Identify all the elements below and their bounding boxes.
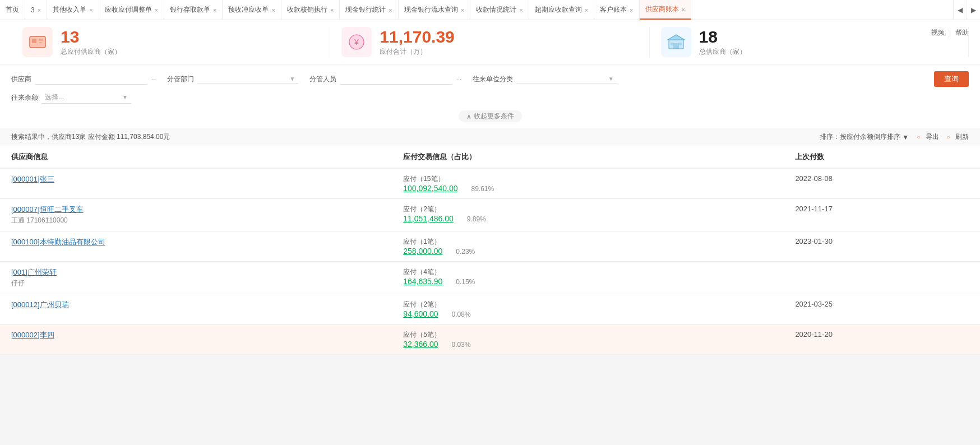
supplier-sub-info: 仔仔 [11,279,381,288]
result-bar: 搜索结果中，供应商13家 应付金额 111,703,854.00元 排序：按应付… [0,128,980,146]
transaction-amount[interactable]: 11,051,486.00 [403,214,454,223]
nav-tab-overdue-label: 超期应收款查询 [535,5,582,15]
supplier-link[interactable]: [000007]恒旺二手叉车 [11,205,84,214]
nav-tab-prepay[interactable]: 预收冲应收单 × [223,0,281,20]
transaction-amount[interactable]: 258,000.00 [403,247,442,256]
nav-arrows: ◀ ▶ [953,0,980,20]
dept-select[interactable]: ▼ [197,75,298,84]
nav-tab-cash-flow-close[interactable]: × [461,7,464,13]
last-pay-cell [784,262,980,294]
dept-filter-label: 分管部门 [167,75,194,84]
supplier-input[interactable] [35,74,147,85]
filter-dept: 分管部门 ▼ [167,75,298,84]
video-link[interactable]: 视频 [931,28,945,38]
nav-tab-3-close[interactable]: × [38,7,41,13]
transaction-amount[interactable]: 100,092,540.00 [403,184,457,193]
summary-total-suppliers: 18 总供应商（家） [650,27,969,57]
transaction-amount[interactable]: 164,635.90 [403,277,442,286]
nav-tab-cash-flow[interactable]: 现金银行流水查询 × [399,0,470,20]
table-row: [000001]张三应付（15笔）100,092,540.0089.61%202… [0,168,980,199]
nav-tab-supplier-book[interactable]: 供应商账本 × [640,0,691,20]
nav-tab-overdue-close[interactable]: × [585,7,588,13]
nav-tab-3[interactable]: 3 × [25,0,47,20]
nav-tab-home[interactable]: 首页 [0,0,25,20]
transaction-percent: 0.03% [451,341,470,349]
transaction-amount[interactable]: 94,600.00 [403,309,438,318]
balance-select[interactable]: 选择... ▼ [41,91,131,104]
nav-tab-cash-stat-close[interactable]: × [389,7,392,13]
collapse-button[interactable]: ∧ 收起更多条件 [459,110,522,122]
nav-tab-cust-book-close[interactable]: × [630,7,633,13]
svg-rect-2 [39,39,43,41]
nav-tab-verify-close[interactable]: × [330,7,334,13]
filter-unit-class: 往来单位分类 ▼ [473,75,617,84]
balance-select-text: 选择... [45,92,122,102]
supplier-more-icon[interactable]: ··· [151,76,156,82]
nav-tab-cash-stat[interactable]: 现金银行统计 × [340,0,398,20]
col-last-pay: 上次付数 [784,146,980,168]
filter-row-2: 往来余额 选择... ▼ [11,91,969,104]
person-more-icon[interactable]: ··· [456,76,461,82]
nav-tab-adjust[interactable]: 应收应付调整单 × [99,0,164,20]
transaction-info-cell: 应付（2笔）94,600.000.08% [392,294,784,325]
nav-tab-other-income[interactable]: 其他收入单 × [47,0,99,20]
nav-tab-recv-stat-close[interactable]: × [519,7,523,13]
last-pay-cell: 2021-03-25 [784,294,980,325]
last-pay-date: 2021-11-17 [795,205,833,213]
nav-tab-cust-book[interactable]: 客户账本 × [594,0,639,20]
supplier-link[interactable]: [000012]广州贝瑞 [11,300,69,309]
unit-class-filter-label: 往来单位分类 [473,75,513,84]
export-label: 导出 [926,132,939,142]
table-container: 供应商信息 应付交易信息（占比） 上次付数 [000001]张三应付（15笔）1… [0,146,980,355]
last-pay-date: 2023-01-30 [795,237,833,245]
svg-rect-9 [671,43,674,45]
nav-tab-supplier-book-close[interactable]: × [682,6,685,13]
transaction-label: 应付（2笔） [403,205,773,214]
data-table-wrap[interactable]: 供应商信息 应付交易信息（占比） 上次付数 [000001]张三应付（15笔）1… [0,146,980,355]
supplier-info-cell: [001]广州荣轩仔仔 [0,262,392,294]
svg-text:¥: ¥ [354,38,359,47]
nav-tab-supplier-book-label: 供应商账本 [645,4,679,14]
transaction-label: 应付（5笔） [403,330,773,340]
nav-tab-verify-label: 收款核销执行 [287,5,327,15]
nav-tab-bank-close[interactable]: × [213,7,216,13]
supplier-link[interactable]: [000100]本特勤油品有限公司 [11,238,105,246]
top-right-links: 视频 | 帮助 [931,28,969,38]
payable-suppliers-number: 13 [61,27,121,46]
person-input[interactable] [340,74,452,85]
result-text: 搜索结果中，供应商13家 应付金额 111,703,854.00元 [11,132,170,142]
query-button[interactable]: 查询 [934,71,969,87]
supplier-info-cell: [000012]广州贝瑞 [0,294,392,325]
nav-prev-button[interactable]: ◀ [953,0,967,20]
data-table: 供应商信息 应付交易信息（占比） 上次付数 [000001]张三应付（15笔）1… [0,146,980,355]
supplier-filter-label: 供应商 [11,75,31,84]
transaction-amount[interactable]: 32,366.00 [403,340,438,349]
balance-chevron-down-icon: ▼ [122,94,128,100]
refresh-button[interactable]: 刷新 [947,132,969,142]
nav-tab-recv-stat[interactable]: 收款情况统计 × [470,0,529,20]
supplier-info-cell: [000002]李四 [0,325,392,355]
summary-payable-suppliers: 13 总应付供应商（家） [11,27,330,57]
nav-tab-home-label: 首页 [6,5,19,15]
total-suppliers-label: 总供应商（家） [699,47,746,57]
nav-tab-other-income-close[interactable]: × [89,7,93,13]
transaction-info-cell: 应付（1笔）258,000.000.23% [392,231,784,262]
nav-tab-adjust-close[interactable]: × [155,7,158,13]
export-button[interactable]: 导出 [917,132,939,142]
summary-payable-total: ¥ 11,170.39 应付合计（万） [330,27,649,57]
help-link[interactable]: 帮助 [955,28,969,38]
sort-button[interactable]: 排序：按应付余额倒序排序 ▼ [820,132,909,142]
summary-payable-suppliers-info: 13 总应付供应商（家） [61,27,121,57]
nav-tab-prepay-close[interactable]: × [271,7,275,13]
last-pay-cell: 2020-11-20 [784,325,980,355]
nav-tab-prepay-label: 预收冲应收单 [228,5,269,15]
nav-tab-overdue[interactable]: 超期应收款查询 × [529,0,594,20]
nav-tab-bank[interactable]: 银行存取款单 × [164,0,223,20]
supplier-link[interactable]: [001]广州荣轩 [11,268,57,276]
unit-class-select[interactable]: ▼ [516,75,617,84]
supplier-link[interactable]: [000001]张三 [11,175,54,183]
nav-tab-cash-flow-label: 现金银行流水查询 [404,5,458,15]
nav-next-button[interactable]: ▶ [967,0,980,20]
supplier-link[interactable]: [000002]李四 [11,331,54,339]
nav-tab-verify[interactable]: 收款核销执行 × [281,0,340,20]
